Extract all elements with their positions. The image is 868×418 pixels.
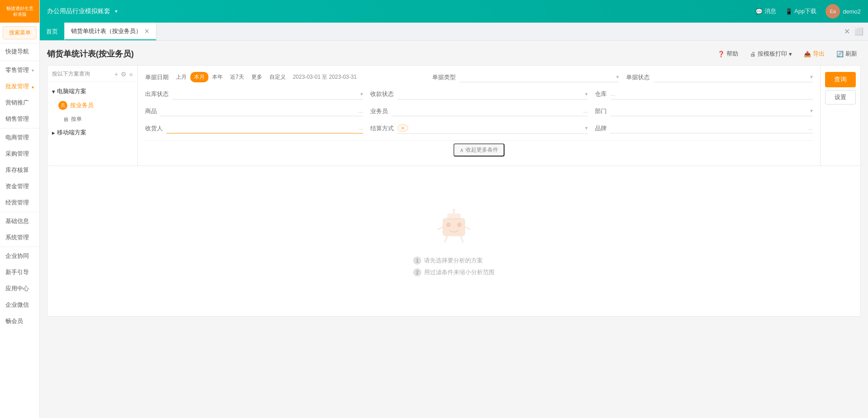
empty-state: 1 请先选择要分析的方案 2 用过滤条件来缩小分析范围 — [47, 166, 860, 316]
filter-goods-more[interactable]: ... — [359, 108, 363, 114]
date-btn-this-month[interactable]: 本月 — [190, 72, 208, 82]
filter-goods-control[interactable]: ... — [160, 106, 363, 116]
filter-item-receiver: 收货人 ... — [145, 123, 363, 133]
tab-maximize-button[interactable]: ⬜ — [854, 27, 863, 36]
collapse-button[interactable]: ∧ 收起更多条件 — [453, 143, 505, 157]
scheme-settings-icon[interactable]: ⚙ — [121, 71, 127, 78]
sidebar-item-enterprise[interactable]: 企业协同 — [0, 248, 39, 264]
refresh-button[interactable]: 🔄 刷新 — [833, 48, 861, 60]
help-button[interactable]: ❓ 帮助 — [714, 48, 742, 60]
scheme-panel-title: 按以下方案查询 — [52, 70, 90, 78]
sidebar-item-operations[interactable]: 经营管理 — [0, 195, 39, 211]
top-navigation-bar: 办公用品行业模拟账套 ▾ 💬 消息 📱 App下载 Ea demo2 — [40, 0, 868, 23]
filter-brand-more[interactable]: ... — [808, 125, 813, 131]
sidebar-item-app-center[interactable]: 应用中心 — [0, 280, 39, 297]
filter-type-control[interactable]: ▾ — [459, 72, 619, 82]
filter-staff-more[interactable]: ... — [583, 108, 588, 114]
date-btn-last-month[interactable]: 上月 — [172, 72, 190, 82]
filter-warehouse-placeholder: ... — [610, 90, 615, 97]
filter-brand-control[interactable]: ... — [610, 123, 813, 133]
filter-item-date: 单据日期 上月 本月 本年 近7天 更多 自定义 2023-03-01 至 20… — [145, 72, 425, 82]
filter-type-label: 单据类型 — [432, 73, 456, 81]
filter-settlement-control[interactable]: × ▾ — [397, 123, 588, 134]
scheme-collapse-icon[interactable]: « — [129, 71, 133, 78]
step-1-text: 请先选择要分析的方案 — [424, 256, 483, 265]
filter-staff-control[interactable]: ... — [392, 106, 588, 116]
sidebar-item-quick-nav[interactable]: 快捷导航 — [0, 43, 39, 60]
filter-receiver-more[interactable]: ... — [359, 125, 363, 131]
sidebar-item-ecom[interactable]: 电商管理 — [0, 129, 39, 146]
print-label: 按模板打印 — [758, 50, 787, 58]
scheme-item-by-order-label: 按单 — [71, 115, 82, 123]
step-2-text: 用过滤条件来缩小分析范围 — [424, 268, 495, 276]
filter-settlement-dropdown[interactable]: ▾ — [585, 125, 588, 131]
sidebar-item-newbie[interactable]: 新手引导 — [0, 264, 39, 280]
sidebar: 畅捷通好生意 标准版 搜索菜单 快捷导航 零售管理 ▾ 批发管理 ▴ 营销推广 … — [0, 0, 40, 418]
scheme-add-icon[interactable]: + — [114, 71, 118, 78]
svg-point-2 — [446, 223, 451, 227]
print-button[interactable]: 🖨 按模板打印 ▾ — [746, 48, 796, 60]
filter-pay-status-dropdown[interactable]: ▾ — [585, 91, 588, 97]
scheme-group-pc-header[interactable]: ▾ 电脑端方案 — [47, 85, 137, 98]
filter-settlement-tag-close[interactable]: × — [401, 125, 404, 131]
query-button[interactable]: 查询 — [825, 72, 856, 87]
filter-status-control[interactable]: ▾ — [653, 72, 813, 82]
tab-minimize-button[interactable]: ✕ — [844, 27, 850, 36]
message-button[interactable]: 💬 消息 — [755, 7, 776, 15]
filter-dept-dropdown[interactable]: ▾ — [810, 108, 813, 114]
filter-settlement-tag: × — [397, 124, 408, 132]
app-download-button[interactable]: 📱 App下载 — [785, 7, 816, 15]
filter-item-pay-status: 收款状态 ▾ — [370, 89, 588, 100]
scheme-group-mobile-header[interactable]: ▸ 移动端方案 — [47, 126, 137, 139]
main-area: 办公用品行业模拟账套 ▾ 💬 消息 📱 App下载 Ea demo2 首页 — [40, 0, 868, 418]
filter-type-dropdown[interactable]: ▾ — [616, 74, 619, 80]
sidebar-item-sales[interactable]: 销售管理 — [0, 111, 39, 127]
scheme-item-by-staff[interactable]: 员 按业务员 — [47, 98, 137, 113]
date-btn-custom[interactable]: 自定义 — [266, 72, 289, 82]
tab-close-icon[interactable]: ✕ — [144, 28, 150, 35]
sidebar-item-marketing[interactable]: 营销推广 — [0, 95, 39, 111]
setting-button[interactable]: 设置 — [825, 90, 856, 104]
user-menu-button[interactable]: Ea demo2 — [826, 4, 861, 19]
filter-dept-control[interactable]: ▾ — [610, 106, 813, 116]
tab-bar-actions: ✕ ⬜ — [844, 27, 868, 36]
sidebar-item-wholesale[interactable]: 批发管理 ▴ — [0, 78, 39, 95]
sidebar-item-finance[interactable]: 资金管理 — [0, 178, 39, 195]
scheme-item-by-order[interactable]: ⊞ 按单 — [47, 113, 137, 126]
sidebar-item-inventory[interactable]: 库存核算 — [0, 162, 39, 178]
sidebar-item-member[interactable]: 畅会员 — [0, 313, 39, 329]
help-icon: ❓ — [717, 51, 725, 57]
page-actions: ❓ 帮助 🖨 按模板打印 ▾ 📤 导出 🔄 刷新 — [714, 48, 861, 60]
filter-dept-label: 部门 — [595, 107, 607, 115]
date-btn-this-year[interactable]: 本年 — [208, 72, 226, 82]
filter-out-status-control[interactable]: ▾ — [172, 89, 363, 100]
sidebar-item-wechat[interactable]: 企业微信 — [0, 297, 39, 313]
export-button[interactable]: 📤 导出 — [800, 48, 828, 60]
date-btn-more[interactable]: 更多 — [248, 72, 266, 82]
sidebar-item-purchase[interactable]: 采购管理 — [0, 146, 39, 162]
tab-sales-stat[interactable]: 销货单统计表（按业务员） ✕ — [65, 23, 156, 40]
filter-settlement-label: 结算方式 — [370, 124, 394, 133]
logo-text: 畅捷通好生意 标准版 — [6, 5, 33, 17]
sidebar-item-basic[interactable]: 基础信息 — [0, 213, 39, 229]
search-menu-button[interactable]: 搜索菜单 — [3, 26, 37, 39]
filter-pay-status-control[interactable]: ▾ — [397, 89, 588, 100]
date-btn-7days[interactable]: 近7天 — [226, 72, 248, 82]
industry-dropdown-icon[interactable]: ▾ — [115, 8, 118, 14]
sidebar-item-retail[interactable]: 零售管理 ▾ — [0, 62, 39, 78]
sidebar-item-system[interactable]: 系统管理 — [0, 229, 39, 246]
filter-panel: 单据日期 上月 本月 本年 近7天 更多 自定义 2023-03-01 至 20… — [138, 66, 820, 166]
tab-home[interactable]: 首页 — [40, 23, 65, 40]
filter-warehouse-control[interactable]: ... — [610, 89, 813, 100]
filter-status-dropdown[interactable]: ▾ — [810, 74, 813, 80]
collapse-label: 收起更多条件 — [466, 146, 498, 154]
svg-point-5 — [453, 209, 455, 211]
filter-receiver-control[interactable]: ... — [166, 123, 363, 133]
app-download-icon: 📱 — [785, 8, 793, 15]
filter-status-label: 单据状态 — [626, 73, 650, 81]
sidebar-navigation: 快捷导航 零售管理 ▾ 批发管理 ▴ 营销推广 销售管理 电商管理 采购管理 库… — [0, 43, 39, 418]
svg-line-8 — [445, 236, 447, 242]
filter-item-staff: 业务员 ... — [370, 106, 588, 116]
filter-out-status-dropdown[interactable]: ▾ — [360, 91, 363, 97]
retail-arrow: ▾ — [32, 68, 34, 73]
